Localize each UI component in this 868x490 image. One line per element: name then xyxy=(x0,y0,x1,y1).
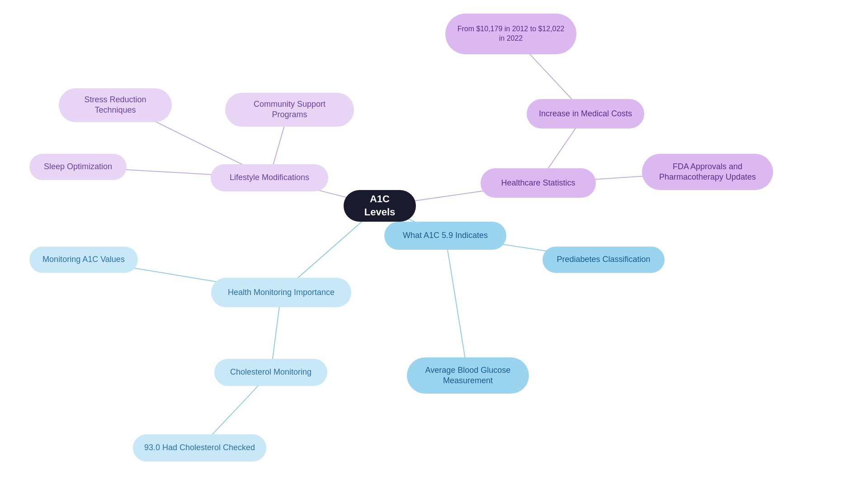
node-healthcare[interactable]: Healthcare Statistics xyxy=(481,168,596,198)
node-a1c-59[interactable]: What A1C 5.9 Indicates xyxy=(384,222,506,250)
svg-line-14 xyxy=(445,236,468,376)
node-sleep[interactable]: Sleep Optimization xyxy=(29,154,127,180)
node-cost-detail[interactable]: From $10,179 in 2012 to $12,022 in 2022 xyxy=(445,14,576,54)
node-lifestyle[interactable]: Lifestyle Modifications xyxy=(211,164,328,191)
node-monitoring-a1c[interactable]: Monitoring A1C Values xyxy=(29,247,138,273)
node-avg-glucose[interactable]: Average Blood Glucose Measurement xyxy=(407,357,529,394)
node-stress[interactable]: Stress Reduction Techniques xyxy=(59,88,172,122)
node-medical-costs[interactable]: Increase in Medical Costs xyxy=(527,99,644,128)
node-health-monitoring[interactable]: Health Monitoring Importance xyxy=(211,278,351,307)
node-cholesterol-checked[interactable]: 93.0 Had Cholesterol Checked xyxy=(133,434,266,461)
center-node[interactable]: A1C Levels xyxy=(344,190,416,222)
node-prediabetes[interactable]: Prediabetes Classification xyxy=(542,247,665,273)
node-fda[interactable]: FDA Approvals and Pharmacotherapy Update… xyxy=(642,154,773,190)
mindmap-container: A1C LevelsLifestyle ModificationsStress … xyxy=(0,0,868,490)
node-community[interactable]: Community Support Programs xyxy=(225,93,354,127)
node-cholesterol-monitoring[interactable]: Cholesterol Monitoring xyxy=(214,359,327,386)
